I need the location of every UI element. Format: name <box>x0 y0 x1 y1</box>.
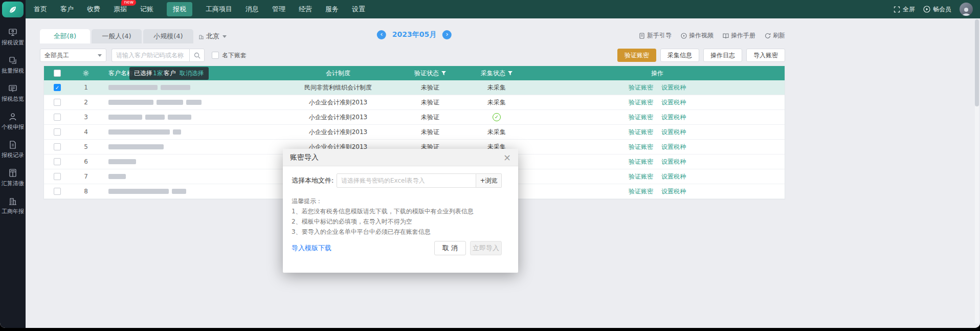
set-tax-types-link[interactable]: 设置税种 <box>661 187 686 196</box>
month-pager: ‹ 2023年05月 › <box>377 30 452 39</box>
scrollbar-thumb[interactable] <box>975 19 979 106</box>
cancel-button[interactable]: 取 消 <box>434 241 466 255</box>
browse-button[interactable]: +浏览 <box>476 173 502 188</box>
collect-info-button[interactable]: 采集信息 <box>660 49 699 62</box>
fullscreen-button[interactable]: 全屏 <box>894 5 915 14</box>
row-checkbox[interactable] <box>54 188 61 195</box>
sidebar-item-batch-filing[interactable]: 批量报税 <box>0 56 26 75</box>
employee-filter-select[interactable]: 全部员工 <box>40 49 106 62</box>
verify-password-link[interactable]: 验证账密 <box>629 128 653 137</box>
set-tax-types-link[interactable]: 设置税种 <box>661 128 686 137</box>
table-row[interactable]: 4 小企业会计准则2013 未验证 未采集 验证账密设置税种 <box>44 125 785 140</box>
search-button[interactable] <box>189 49 205 62</box>
monitor-user-icon <box>8 28 17 37</box>
search-input[interactable] <box>112 49 189 62</box>
import-now-button[interactable]: 立即导入 <box>470 241 502 255</box>
sidebar-item-label: 批量报税 <box>2 67 24 75</box>
row-checkbox[interactable] <box>54 114 61 121</box>
sidebar-item-annual-settlement[interactable]: 汇算清缴 <box>0 168 26 187</box>
tab-small-scale[interactable]: 小规模(4) <box>143 29 193 43</box>
file-select-row: 选择本地文件: +浏览 <box>292 173 502 188</box>
redacted-text-block <box>108 115 142 120</box>
beginner-guide-link[interactable]: 新手引导 <box>639 31 672 40</box>
tips-block: 温馨提示： 1、若您没有税务信息模版请先下载，下载的模版中有企业列表信息 2、模… <box>292 196 502 237</box>
column-settings-button[interactable] <box>71 70 101 77</box>
row-checkbox[interactable] <box>54 99 61 106</box>
nav-item-tax-filing[interactable]: 报税 <box>167 2 192 16</box>
next-month-button[interactable]: › <box>442 30 452 39</box>
region-selector[interactable]: 北京 <box>198 29 227 43</box>
verify-password-link[interactable]: 验证账密 <box>629 98 653 107</box>
verify-password-link[interactable]: 验证账密 <box>629 83 653 92</box>
nav-item-management[interactable]: 管理 <box>272 5 285 14</box>
nav-item-bookkeeping[interactable]: 记账 <box>140 5 153 14</box>
table-row[interactable]: 2 小企业会计准则2013 未验证 未采集 验证账密设置税种 <box>44 95 785 110</box>
user-avatar[interactable] <box>960 3 973 16</box>
row-checkbox[interactable] <box>54 84 61 91</box>
guide-doc-icon <box>639 33 645 39</box>
main-nav: 首页 客户 收费 票据new 记账 报税 工商项目 消息 管理 经营 服务 设置 <box>26 0 365 18</box>
tutorial-video-link[interactable]: 操作视频 <box>681 31 714 40</box>
filter-funnel-icon[interactable] <box>441 71 446 76</box>
sidebar-item-personal-tax[interactable]: 个税申报 <box>0 112 26 131</box>
set-tax-types-link[interactable]: 设置税种 <box>661 172 686 181</box>
tab-general-taxpayer[interactable]: 一般人(4) <box>92 29 142 43</box>
nav-item-label: 票据 <box>114 5 127 13</box>
refresh-button[interactable]: 刷新 <box>765 31 785 40</box>
nav-item-messages[interactable]: 消息 <box>246 5 259 14</box>
nav-item-home[interactable]: 首页 <box>34 5 47 14</box>
tab-all[interactable]: 全部(8) <box>40 29 90 43</box>
row-checkbox[interactable] <box>54 173 61 180</box>
row-number: 3 <box>71 114 101 121</box>
prev-month-button[interactable]: ‹ <box>377 30 386 39</box>
select-all-checkbox[interactable] <box>54 70 61 77</box>
verify-password-link[interactable]: 验证账密 <box>629 158 653 166</box>
cancel-selection-link[interactable]: 取消选择 <box>180 69 204 78</box>
set-tax-types-link[interactable]: 设置税种 <box>661 113 686 122</box>
close-icon[interactable]: × <box>503 153 511 162</box>
nav-item-operations[interactable]: 经营 <box>299 5 312 14</box>
sidebar-item-annual-business-report[interactable]: 工商年报 <box>0 196 26 215</box>
my-accounts-checkbox[interactable] <box>212 52 219 59</box>
app-logo[interactable] <box>2 2 24 17</box>
import-password-button[interactable]: 导入账密 <box>746 49 785 62</box>
set-tax-types-link[interactable]: 设置税种 <box>661 83 686 92</box>
region-building-icon <box>198 34 204 39</box>
verify-password-link[interactable]: 验证账密 <box>629 172 653 181</box>
table-row[interactable]: 3 小企业会计准则2013 未验证 ✓ 验证账密设置税种 <box>44 110 785 125</box>
nav-item-invoices[interactable]: 票据new <box>114 5 127 14</box>
file-path-input[interactable] <box>337 173 476 188</box>
header-verify-status[interactable]: 验证状态 <box>397 69 463 78</box>
verify-status: 未验证 <box>397 83 463 92</box>
sidebar-item-label: 工商年报 <box>2 208 24 215</box>
header-collect-status[interactable]: 采集状态 <box>463 69 530 78</box>
filter-funnel-icon[interactable] <box>508 71 513 76</box>
sidebar-item-filing-overview[interactable]: 报税总览 <box>0 84 26 103</box>
nav-item-business-projects[interactable]: 工商项目 <box>206 5 232 14</box>
row-number: 1 <box>71 84 101 91</box>
set-tax-types-link[interactable]: 设置税种 <box>661 158 686 166</box>
table-row[interactable]: 1 民间非营利组织会计制度 未验证 未采集 验证账密设置税种 <box>44 80 785 95</box>
nav-item-settings[interactable]: 设置 <box>352 5 365 14</box>
sidebar-item-filing-records[interactable]: 报税记录 <box>0 140 26 159</box>
operation-log-button[interactable]: 操作日志 <box>703 49 742 62</box>
verify-password-link[interactable]: 验证账密 <box>629 113 653 122</box>
template-download-link[interactable]: 导入模版下载 <box>292 244 331 253</box>
verify-password-link[interactable]: 验证账密 <box>629 187 653 196</box>
nav-item-services[interactable]: 服务 <box>325 5 339 14</box>
set-tax-types-link[interactable]: 设置税种 <box>661 143 686 151</box>
my-accounts-filter: 名下账套 <box>212 51 247 60</box>
dialog-footer: 导入模版下载 取 消 立即导入 <box>292 241 502 255</box>
set-tax-types-link[interactable]: 设置税种 <box>661 98 686 107</box>
nav-item-fees[interactable]: 收费 <box>87 5 100 14</box>
row-checkbox[interactable] <box>54 143 61 150</box>
user-manual-link[interactable]: 操作手册 <box>723 31 755 40</box>
nav-item-customers[interactable]: 客户 <box>60 5 74 14</box>
verify-password-link[interactable]: 验证账密 <box>629 143 653 151</box>
verify-password-button[interactable]: 验证账密 <box>617 49 656 62</box>
row-checkbox[interactable] <box>54 128 61 136</box>
sidebar-item-tax-settings[interactable]: 报税设置 <box>0 28 26 47</box>
row-checkbox[interactable] <box>54 158 61 165</box>
verify-status: 未验证 <box>397 113 463 122</box>
member-button[interactable]: 畅会员 <box>923 5 951 14</box>
